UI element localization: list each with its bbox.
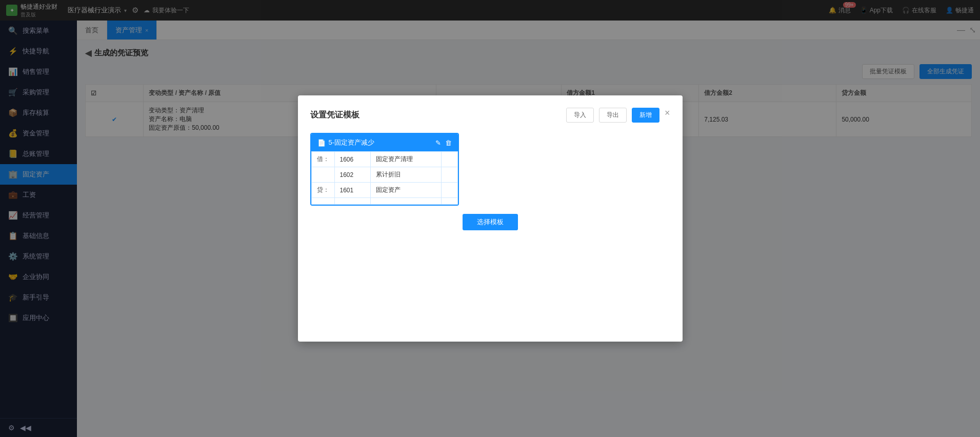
- entry-code-1: 1602: [334, 167, 371, 183]
- entry-name-2: 固定资产: [371, 183, 442, 198]
- entry-name-1: 累计折旧: [371, 167, 442, 183]
- entry-direction-1: [311, 167, 334, 183]
- new-template-button[interactable]: 新增: [632, 108, 659, 123]
- select-template-button[interactable]: 选择模板: [463, 214, 518, 230]
- template-card-actions: ✎ 🗑: [435, 139, 452, 147]
- empty-col-4: [442, 198, 457, 205]
- empty-col-1: [311, 198, 334, 205]
- export-button[interactable]: 导出: [599, 108, 627, 123]
- doc-icon: 📄: [317, 139, 326, 147]
- template-entry-row: 1602 累计折旧: [311, 167, 457, 183]
- template-entry-row: 借： 1606 固定资产清理: [311, 152, 457, 167]
- modal-overlay: 设置凭证模板 导入 导出 新增 × 📄 5-固定资产减少 ✎ 🗑: [0, 0, 980, 437]
- template-entry-row: 贷： 1601 固定资产: [311, 183, 457, 198]
- template-entries-table: 借： 1606 固定资产清理 1602 累计折旧: [311, 151, 458, 205]
- edit-template-icon[interactable]: ✎: [435, 139, 441, 147]
- entry-code-0: 1606: [334, 152, 371, 167]
- voucher-template-modal: 设置凭证模板 导入 导出 新增 × 📄 5-固定资产减少 ✎ 🗑: [298, 95, 683, 342]
- modal-header: 设置凭证模板 导入 导出 新增 ×: [310, 108, 670, 123]
- template-card: 📄 5-固定资产减少 ✎ 🗑 借： 1606 固: [310, 133, 459, 206]
- modal-title: 设置凭证模板: [310, 110, 359, 121]
- template-name: 5-固定资产减少: [329, 138, 375, 147]
- delete-template-icon[interactable]: 🗑: [445, 139, 452, 147]
- entry-amount-2: [442, 183, 457, 198]
- template-entry-empty-row: [311, 198, 457, 205]
- template-entries-body: 借： 1606 固定资产清理 1602 累计折旧: [311, 152, 457, 205]
- entry-direction-2: 贷：: [311, 183, 334, 198]
- modal-close-icon[interactable]: ×: [665, 108, 670, 123]
- entry-code-2: 1601: [334, 183, 371, 198]
- entry-name-0: 固定资产清理: [371, 152, 442, 167]
- template-card-body: 借： 1606 固定资产清理 1602 累计折旧: [311, 151, 458, 205]
- template-header-title: 📄 5-固定资产减少: [317, 138, 375, 147]
- entry-direction-0: 借：: [311, 152, 334, 167]
- empty-col-2: [334, 198, 371, 205]
- empty-col-3: [371, 198, 442, 205]
- import-button[interactable]: 导入: [566, 108, 594, 123]
- entry-amount-0: [442, 152, 457, 167]
- entry-amount-1: [442, 167, 457, 183]
- modal-actions: 导入 导出 新增 ×: [566, 108, 670, 123]
- template-card-header: 📄 5-固定资产减少 ✎ 🗑: [311, 134, 458, 151]
- modal-body: 📄 5-固定资产减少 ✎ 🗑 借： 1606 固: [310, 133, 670, 230]
